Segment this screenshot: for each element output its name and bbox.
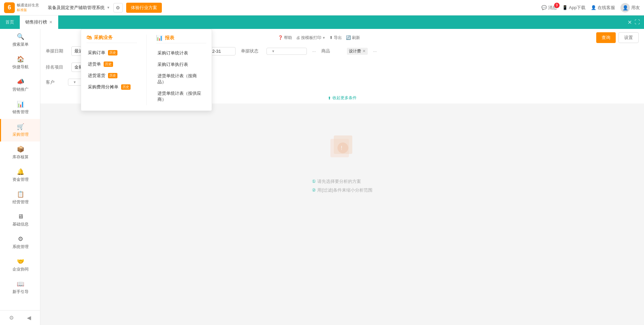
- sidebar-item-system[interactable]: ⚙ 系统管理: [0, 231, 40, 254]
- megaphone-icon: 📣: [17, 78, 24, 85]
- dropdown-item-inbound-stats-supplier[interactable]: 进货单统计表（按供应商）: [156, 88, 207, 105]
- tab-bar: 首页 销售排行榜 ✕ ✕ ⛶: [0, 15, 644, 29]
- refresh-button[interactable]: 🔄 刷新: [346, 35, 360, 41]
- report-menu-icon: 📊: [156, 35, 163, 41]
- bell-icon: 🔔: [17, 168, 24, 175]
- date-label: 单据日期: [46, 48, 66, 54]
- dropdown-item-purchase-order[interactable]: 采购订单 历史: [86, 47, 137, 58]
- purchase-menu-icon: 🛍: [86, 35, 92, 41]
- tab-home[interactable]: 首页: [0, 15, 20, 29]
- dropdown-item-expense[interactable]: 采购费用分摊单 历史: [86, 81, 137, 93]
- home-icon: 🏠: [17, 55, 24, 63]
- search-icon: 🔍: [17, 33, 24, 40]
- sidebar-footer: ⚙ ◀: [0, 310, 40, 325]
- sidebar-item-purchase[interactable]: 🛒 采购管理: [0, 119, 40, 141]
- sidebar-item-enterprise[interactable]: 🤝 企业协同: [0, 254, 40, 276]
- sidebar: 🔍 搜索菜单 🏠 快捷导航 📣 营销推广 📊 销售管理 🛒 采购管理 📦: [0, 29, 40, 325]
- dropdown-item-return[interactable]: 进货退货 历史: [86, 70, 137, 81]
- chart-icon: 📊: [17, 100, 24, 108]
- clipboard-icon: 📋: [17, 191, 24, 198]
- tab-spacer: [58, 15, 623, 29]
- svg-text:!: !: [341, 145, 342, 151]
- empty-hints: ①请先选择要分析的方案 ②用[过滤]条件来缩小分析范围: [312, 177, 372, 195]
- dropdown-item-inbound[interactable]: 进货单 历史: [86, 58, 137, 70]
- status-label: 单据状态: [241, 48, 261, 54]
- setting-button[interactable]: 设置: [618, 32, 639, 43]
- system-dropdown-arrow[interactable]: ▼: [107, 6, 110, 9]
- sidebar-menu: 🔍 搜索菜单 🏠 快捷导航 📣 营销推广 📊 销售管理 🛒 采购管理 📦: [0, 29, 40, 310]
- online-service-button[interactable]: 👤 在线客服: [591, 5, 615, 11]
- monitor-icon: 🖥: [17, 213, 24, 220]
- top-right-actions: 💬 消息 9 📱 App下载 👤 在线客服 👤 用友: [541, 3, 640, 12]
- svg-point-2: [337, 143, 348, 153]
- box-icon: 📦: [17, 146, 24, 153]
- sidebar-item-guide[interactable]: 📖 新手引导: [0, 276, 40, 299]
- logo-icon: 6: [4, 2, 15, 13]
- sidebar-item-inventory[interactable]: 📦 库存核算: [0, 141, 40, 164]
- dropdown-purchase-title: 🛍 采购业务: [86, 35, 137, 43]
- app-download-button[interactable]: 📱 App下载: [562, 5, 585, 11]
- main-content: ❓ 帮助 🖨 按模板打印 ▼ ⬆ 导出 🔄 刷新 查询 设置 单据日期 最近7天…: [40, 29, 644, 325]
- handshake-icon: 🤝: [17, 258, 24, 265]
- tab-sales-ranking[interactable]: 销售排行榜 ✕: [20, 15, 58, 29]
- dropdown-item-inbound-stats-goods[interactable]: 进货单统计表（按商品）: [156, 70, 207, 88]
- export-button[interactable]: ⬆ 导出: [329, 35, 342, 41]
- logo-badge: 标准版: [17, 8, 39, 12]
- dropdown-report-title: 📊 报表: [156, 35, 207, 43]
- goods-tag-design: 设计费 ✕: [347, 48, 368, 55]
- dropdown-col-purchase: 🛍 采购业务 采购订单 历史 进货单 历史 进货退货 历史 采购费用分摊单: [86, 35, 137, 105]
- system-title: 装备及固定资产辅助管理系统 ▼: [48, 5, 110, 11]
- customer-label: 客户: [46, 79, 66, 85]
- dropdown-divider: [146, 35, 147, 105]
- settings-button[interactable]: ⚙: [113, 3, 123, 12]
- purchase-dropdown-menu: 🛍 采购业务 采购订单 历史 进货单 历史 进货退货 历史 采购费用分摊单: [81, 29, 212, 111]
- sidebar-item-search[interactable]: 🔍 搜索菜单: [0, 29, 40, 51]
- logo-text: 畅通道好生意: [17, 3, 39, 7]
- user-menu-button[interactable]: 👤 用友: [620, 3, 640, 12]
- sidebar-item-operations[interactable]: 📋 经营管理: [0, 187, 40, 209]
- goods-label: 商品: [321, 48, 342, 54]
- logo-area: 6 畅通道好生意 标准版: [4, 2, 44, 13]
- tab-close-button[interactable]: ✕: [49, 20, 52, 25]
- status-select[interactable]: ▼: [266, 48, 307, 55]
- tab-actions: ✕ ⛶: [623, 15, 644, 29]
- goods-more-btn[interactable]: ···: [373, 49, 377, 54]
- book-icon: 📖: [17, 280, 24, 288]
- toolbar-actions: ❓ 帮助 🖨 按模板打印 ▼ ⬆ 导出 🔄 刷新: [278, 35, 360, 41]
- sidebar-item-marketing[interactable]: 📣 营销推广: [0, 74, 40, 96]
- dropdown-item-order-stats[interactable]: 采购订单统计表: [156, 47, 207, 59]
- cart-icon: 🛒: [17, 123, 24, 130]
- dropdown-col-report: 📊 报表 采购订单统计表 采购订单执行表 进货单统计表（按商品） 进货单统计表（…: [156, 35, 207, 105]
- empty-state: ! ①请先选择要分析的方案 ②用[过滤]条件来缩小分析范围: [40, 104, 644, 221]
- help-button[interactable]: ❓ 帮助: [278, 35, 292, 41]
- sidebar-settings-button[interactable]: ⚙: [9, 315, 14, 321]
- status-more-btn[interactable]: ···: [312, 49, 316, 54]
- tag-close-button[interactable]: ✕: [362, 49, 366, 53]
- industry-button[interactable]: 体验行业方案: [126, 3, 162, 13]
- query-button[interactable]: 查询: [596, 32, 616, 43]
- sidebar-collapse-button[interactable]: ◀: [27, 315, 31, 321]
- messages-button[interactable]: 💬 消息 9: [541, 5, 557, 11]
- sidebar-item-sales[interactable]: 📊 销售管理: [0, 96, 40, 119]
- tab-minimize-button[interactable]: ✕: [628, 19, 632, 26]
- status-arrow: ▼: [272, 49, 275, 53]
- empty-illustration: !: [325, 130, 359, 170]
- top-bar: 6 畅通道好生意 标准版 装备及固定资产辅助管理系统 ▼ ⚙ 体验行业方案 💬 …: [0, 0, 644, 15]
- user-avatar: 👤: [620, 3, 630, 12]
- goods-tags: 设计费 ✕: [347, 48, 368, 55]
- print-button[interactable]: 🖨 按模板打印 ▼: [296, 35, 326, 41]
- sidebar-item-basic[interactable]: 🖥 基础信息: [0, 209, 40, 231]
- sidebar-item-quick[interactable]: 🏠 快捷导航: [0, 51, 40, 74]
- customer-arrow: ▼: [73, 80, 76, 84]
- rank-label: 排名项目: [46, 64, 66, 70]
- dropdown-item-order-exec[interactable]: 采购订单执行表: [156, 59, 207, 70]
- gear-icon: ⚙: [18, 235, 23, 243]
- sidebar-item-finance[interactable]: 🔔 资金管理: [0, 164, 40, 187]
- tab-maximize-button[interactable]: ⛶: [635, 19, 640, 25]
- main-layout: 🔍 搜索菜单 🏠 快捷导航 📣 营销推广 📊 销售管理 🛒 采购管理 📦: [0, 29, 644, 325]
